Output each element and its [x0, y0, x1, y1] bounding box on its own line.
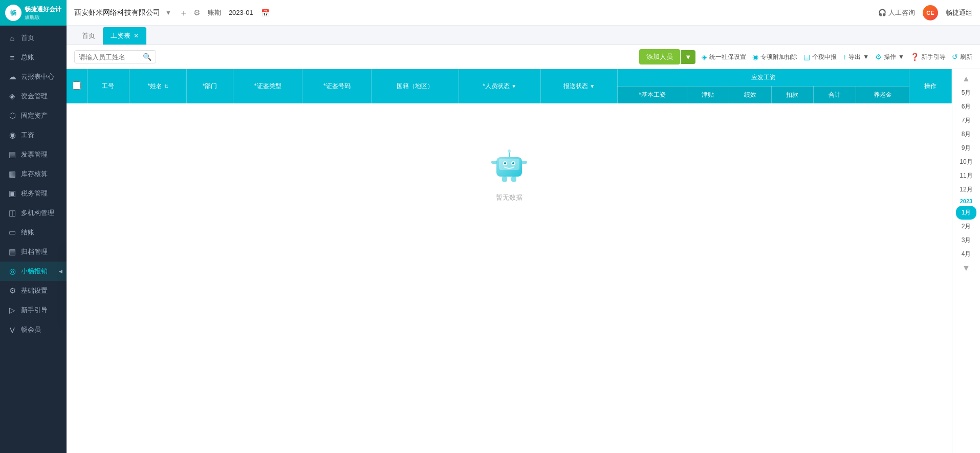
add-company-icon[interactable]: ＋ — [179, 7, 188, 19]
operations-icon: ⚙ — [875, 53, 882, 61]
th-total: 合计 — [814, 87, 856, 104]
social-insurance-action[interactable]: ◈ 统一社保设置 — [702, 53, 746, 61]
guide-toolbar-icon: ❓ — [910, 53, 919, 61]
special-deduct-action[interactable]: ◉ 专项附加扣除 — [752, 53, 797, 61]
th-name: *姓名 ⇅ — [129, 69, 187, 103]
th-salary-group: 应发工资 — [618, 69, 909, 87]
sidebar-item-archive[interactable]: ▤ 归档管理 — [0, 242, 67, 262]
th-operation: 操作 — [909, 69, 952, 103]
th-id-type-label: *证鉴类型 — [254, 82, 281, 90]
service-button[interactable]: 🎧 人工咨询 — [878, 8, 915, 17]
table-month-wrapper: 工号 *姓名 ⇅ *部门 *证鉴类型 — [67, 69, 980, 453]
th-dept-label: *部门 — [203, 82, 217, 90]
fixed-assets-icon: ⬡ — [8, 111, 17, 120]
add-person-dropdown-button[interactable]: ▼ — [681, 50, 695, 64]
month-item-11[interactable]: 11月 — [952, 169, 980, 183]
svg-rect-7 — [511, 177, 516, 182]
sidebar-item-new-guide[interactable]: ▷ 新手引导 — [0, 300, 67, 320]
th-id-no: *证鉴号码 — [302, 69, 372, 103]
tab-home[interactable]: 首页 — [74, 27, 103, 45]
sidebar-item-inventory[interactable]: ▦ 库存核算 — [0, 164, 67, 184]
new-guide-action[interactable]: ❓ 新手引导 — [910, 53, 946, 61]
add-person-label: 添加人员 — [646, 52, 673, 61]
th-allowance-label: 津贴 — [702, 91, 714, 98]
tab-close-icon[interactable]: ✕ — [134, 32, 139, 39]
month-item-8[interactable]: 8月 — [952, 127, 980, 141]
empty-text: 暂无数据 — [496, 193, 522, 202]
sort-icon-name[interactable]: ⇅ — [164, 83, 168, 89]
sidebar-item-xiao-chang[interactable]: ◎ 小畅报销 🔔 我的待办 我的待办 📊 — [0, 262, 67, 281]
toolbar: 🔍 添加人员 ▼ ◈ 统一社保设置 ◉ 专项附加扣除 ▤ — [67, 45, 980, 69]
operations-action[interactable]: ⚙ 操作 ▼ — [875, 53, 904, 61]
invoice-icon: ▤ — [8, 150, 17, 159]
sidebar-item-salary[interactable]: ◉ 工资 — [0, 125, 67, 145]
content-area: 🔍 添加人员 ▼ ◈ 统一社保设置 ◉ 专项附加扣除 ▤ — [67, 45, 980, 453]
month-item-4[interactable]: 4月 — [952, 247, 980, 261]
tab-salary[interactable]: 工资表 ✕ — [103, 27, 146, 45]
export-dropdown-icon: ▼ — [863, 53, 869, 60]
tabbar: 首页 工资表 ✕ — [67, 26, 980, 45]
refresh-action[interactable]: ↺ 刷新 — [952, 53, 972, 61]
multi-org-icon: ◫ — [8, 208, 17, 218]
tax-report-icon: ▤ — [803, 53, 810, 61]
sidebar-item-label-invoice: 发票管理 — [21, 150, 48, 159]
month-item-5[interactable]: 5月 — [952, 86, 980, 100]
month-item-10[interactable]: 10月 — [952, 155, 980, 169]
journal-icon: ▭ — [8, 228, 17, 237]
sidebar-item-journal[interactable]: ▭ 结账 — [0, 223, 67, 242]
sidebar-item-tax[interactable]: ▣ 税务管理 — [0, 184, 67, 203]
settings-gear-icon[interactable]: ⚙ — [193, 8, 200, 17]
sidebar-item-label-settings: 基础设置 — [21, 286, 48, 295]
month-panel: ▲ 5月 6月 7月 8月 9月 10月 11月 12月 2023 1月 2月 … — [952, 69, 980, 453]
search-input[interactable] — [79, 53, 140, 61]
tax-report-action[interactable]: ▤ 个税申报 — [803, 53, 837, 61]
sidebar-item-invoice[interactable]: ▤ 发票管理 — [0, 145, 67, 164]
sidebar-item-member[interactable]: V 畅会员 — [0, 320, 67, 339]
period-label: 账期 — [208, 8, 221, 17]
month-item-3[interactable]: 3月 — [952, 233, 980, 247]
th-emp-no-label: 工号 — [102, 82, 114, 90]
th-country-label: 国籍（地区） — [397, 82, 433, 90]
tax-report-label: 个税申报 — [812, 53, 837, 61]
sidebar-item-basic-settings[interactable]: ⚙ 基础设置 — [0, 281, 67, 300]
guide-icon: ▷ — [8, 306, 17, 315]
th-person-status: *人员状态 ▼ — [459, 69, 540, 103]
month-nav-down[interactable]: ▼ — [960, 261, 973, 275]
th-id-type: *证鉴类型 — [233, 69, 302, 103]
sidebar-item-fund[interactable]: ◈ 资金管理 — [0, 87, 67, 106]
logo-subtitle: 旗舰版 — [25, 14, 61, 21]
empty-state: 暂无数据 — [67, 103, 952, 243]
calendar-icon[interactable]: 📅 — [261, 9, 270, 17]
filter-icon-person[interactable]: ▼ — [511, 83, 516, 89]
topbar-right: 🎧 人工咨询 CE 畅捷通组 — [878, 5, 972, 20]
sidebar-item-label-journal: 结账 — [21, 228, 34, 237]
guide-toolbar-label: 新手引导 — [921, 53, 946, 61]
month-item-6[interactable]: 6月 — [952, 100, 980, 114]
export-action[interactable]: ↑ 导出 ▼ — [843, 53, 869, 61]
company-dropdown-icon[interactable]: ▼ — [165, 9, 171, 16]
refresh-label: 刷新 — [960, 53, 972, 61]
add-person-button[interactable]: 添加人员 — [639, 49, 680, 64]
sidebar-item-cloud-report[interactable]: ☁ 云报表中心 — [0, 67, 67, 87]
select-all-checkbox[interactable] — [73, 81, 81, 90]
sidebar-item-multi-org[interactable]: ◫ 多机构管理 — [0, 203, 67, 223]
th-base-salary-label: *基本工资 — [639, 91, 666, 98]
th-allowance: 津贴 — [687, 87, 729, 104]
sidebar-item-label-member: 畅会员 — [21, 325, 41, 334]
th-person-status-label: *人员状态 — [483, 82, 510, 90]
sidebar-item-ledger[interactable]: ≡ 总账 — [0, 48, 67, 67]
month-item-9[interactable]: 9月 — [952, 141, 980, 155]
month-item-2[interactable]: 2月 — [952, 220, 980, 233]
sidebar-item-label-salary: 工资 — [21, 131, 34, 140]
month-item-12[interactable]: 12月 — [952, 183, 980, 197]
month-item-1-active[interactable]: 1月 — [956, 206, 976, 220]
th-pension-label: 养老金 — [874, 91, 892, 98]
month-nav-up[interactable]: ▲ — [960, 72, 973, 86]
sidebar-item-home[interactable]: ⌂ 首页 — [0, 28, 67, 48]
th-deductions-label: 扣款 — [786, 91, 798, 98]
sidebar-item-label-guide: 新手引导 — [21, 306, 48, 315]
sidebar-item-fixed-assets[interactable]: ⬡ 固定资产 — [0, 106, 67, 125]
month-item-7[interactable]: 7月 — [952, 114, 980, 127]
sidebar-item-label-fund: 资金管理 — [21, 92, 48, 101]
filter-icon-report[interactable]: ▼ — [590, 83, 595, 89]
